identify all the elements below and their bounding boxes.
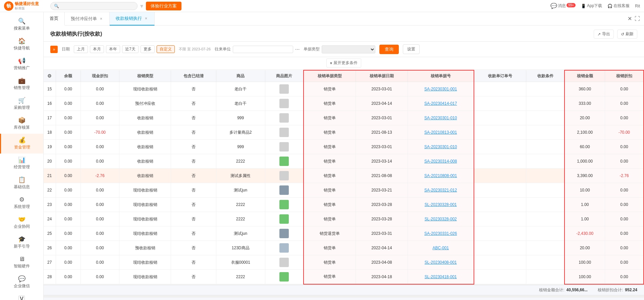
cell-offset-voucher-type: 销货单: [304, 111, 356, 125]
sidebar-item-guide[interactable]: 🎓 新手引导: [0, 233, 43, 253]
cell-offset-discount: 0.00: [605, 183, 644, 198]
cell-offset-voucher-no[interactable]: SA-20210808-001: [408, 169, 474, 183]
cell-offset-voucher-no[interactable]: SA-20230314-008: [408, 154, 474, 169]
cell-offset-voucher-no[interactable]: SL-20230328-002: [408, 212, 474, 226]
filter-voucher-type: 单据类型: [304, 45, 375, 53]
cell-offset-voucher-no[interactable]: SA-20210813-001: [408, 125, 474, 140]
sidebar-item-wechat[interactable]: 💬 企业微信: [0, 272, 43, 292]
cell-balance: 0.00: [56, 212, 81, 226]
sidebar-item-inventory[interactable]: 📦 库存核算: [0, 114, 43, 134]
col-offset-amount: 核销金额: [565, 70, 605, 82]
marketing-icon: 📢: [18, 58, 25, 64]
online-service[interactable]: 🎧 在线客服: [607, 3, 630, 9]
cell-offset-voucher-no[interactable]: SL-20230328-001: [408, 198, 474, 212]
cell-offset-voucher-no[interactable]: SA-20230301-001: [408, 82, 474, 96]
cell-included-settled: 否: [171, 255, 216, 270]
tab-receivable[interactable]: 收款核销执行 ×: [110, 12, 155, 26]
user-avatar[interactable]: Rit: [635, 4, 640, 8]
filter-separator: ···: [295, 46, 300, 52]
table-row: 25 0.00 0.00 现结收款核销 否 测试jun 销货退货单 2023-0…: [44, 226, 644, 241]
cell-id: 21: [44, 169, 56, 183]
sidebar-item-hardware[interactable]: 🖥 智能硬件: [0, 253, 43, 272]
sidebar-item-member[interactable]: V 畅会员: [0, 292, 43, 300]
cell-offset-voucher-no[interactable]: SA-20230414-017: [408, 96, 474, 111]
setting-btn[interactable]: 设置: [403, 44, 420, 54]
cell-goods-img: [265, 183, 304, 198]
filter-btn-this-year[interactable]: 本年: [106, 45, 120, 53]
cell-offset-voucher-no[interactable]: ABC-001: [408, 241, 474, 255]
filter-btn-last-month[interactable]: 上月: [74, 45, 88, 53]
sidebar-item-operations[interactable]: 📊 经营管理: [0, 154, 43, 173]
sidebar-item-finance[interactable]: 💰 资金管理: [0, 134, 43, 154]
cell-offset-type: 现结收款核销: [119, 226, 171, 241]
expand-down-icon: ▾: [330, 61, 332, 66]
app-download[interactable]: 📱 App下载: [581, 3, 602, 9]
sidebar-item-system[interactable]: ⚙ 系统管理: [0, 193, 43, 213]
tab-receivable-close[interactable]: ×: [144, 16, 148, 21]
msg-icon-group[interactable]: 💬 消息 99+: [550, 3, 576, 9]
cell-receipt-condition: [526, 169, 565, 183]
filter-btn-more[interactable]: 更多: [141, 45, 155, 53]
cell-balance: 0.00: [56, 226, 81, 241]
tab-home[interactable]: 首页: [44, 12, 65, 26]
refresh-icon: ↺: [621, 32, 624, 37]
dropdown-icon[interactable]: ▾: [140, 2, 143, 10]
filter-btn-7days[interactable]: 近7天: [122, 45, 139, 53]
cell-offset-voucher-no[interactable]: SL-20230408-001: [408, 255, 474, 270]
sidebar-item-collab[interactable]: 🤝 企业协同: [0, 213, 43, 233]
cell-cash-discount: 0.00: [81, 154, 119, 169]
cell-offset-voucher-no[interactable]: SA-20230301-010: [408, 111, 474, 125]
filter-btn-custom[interactable]: 自定义: [157, 45, 175, 53]
cell-offset-voucher-date: 2023-03-21: [356, 183, 408, 198]
cell-offset-voucher-type: 销货单: [304, 198, 356, 212]
cell-receipt-order-no: [474, 255, 526, 270]
cell-receipt-condition: [526, 212, 565, 226]
sidebar-item-marketing[interactable]: 📢 营销推广: [0, 54, 43, 74]
cell-offset-voucher-no[interactable]: SL-20230418-001: [408, 270, 474, 284]
tab-close-icon[interactable]: ✕: [628, 15, 632, 22]
filter-date-range: 不限 至 2023-07-26: [179, 47, 211, 52]
sidebar-item-search[interactable]: 🔍 搜索菜单: [0, 15, 43, 35]
query-btn[interactable]: 查询: [379, 45, 399, 54]
col-goods: 商品: [216, 70, 265, 82]
cell-receipt-condition: [526, 255, 565, 270]
tab-prepay-close[interactable]: ×: [99, 16, 103, 22]
filter-btn-this-month[interactable]: 本月: [90, 45, 104, 53]
sidebar-item-nav[interactable]: 🏠 快捷导航: [0, 35, 43, 54]
cell-offset-voucher-no[interactable]: SA-20230321-012: [408, 183, 474, 198]
export-btn[interactable]: ↗ 导出: [594, 30, 614, 39]
cell-offset-voucher-no[interactable]: SA-20230331-026: [408, 226, 474, 241]
col-offset-discount: 核销折扣: [605, 70, 644, 82]
col-goods-img: 商品图片: [265, 70, 304, 82]
sidebar-item-basic[interactable]: 📋 基础信息: [0, 173, 43, 193]
purchase-icon: 🛒: [18, 97, 25, 103]
cell-receipt-order-no: [474, 154, 526, 169]
expand-more-btn[interactable]: ▾ 展开更多条件: [326, 58, 361, 68]
col-settings-icon[interactable]: ⚙: [47, 73, 52, 79]
industry-btn[interactable]: 体验行业方案: [146, 2, 181, 10]
cell-goods-img: [265, 270, 304, 284]
cell-offset-voucher-no[interactable]: SA-20230301-010: [408, 140, 474, 154]
guide-icon: 🎓: [18, 236, 25, 242]
table-row: 27 0.00 0.00 现结收款核销 否 衣服00001 销货单 2023-0…: [44, 255, 644, 270]
refresh-btn[interactable]: ↺ 刷新: [617, 30, 637, 39]
sidebar-item-sales[interactable]: 💼 销售管理: [0, 74, 43, 94]
cell-included-settled: 否: [171, 169, 216, 183]
cell-goods-img: [265, 169, 304, 183]
finance-icon: 💰: [18, 137, 26, 143]
cell-receipt-condition: [526, 226, 565, 241]
filter-from-unit-input[interactable]: [233, 46, 293, 53]
filter-bar: » 日期 上月 本月 本年 近7天 更多 自定义 不限 至 2023-07-26…: [44, 42, 644, 57]
filter-expand-btn[interactable]: »: [50, 46, 58, 53]
tab-maximize-icon[interactable]: ⛶: [635, 16, 640, 22]
cell-goods: 老白干: [216, 82, 265, 96]
sidebar-item-purchase[interactable]: 🛒 采购管理: [0, 94, 43, 114]
cell-included-settled: 否: [171, 82, 216, 96]
top-search[interactable]: 🔍: [50, 2, 138, 10]
filter-voucher-type-select[interactable]: [322, 45, 375, 53]
cell-offset-discount: -2.76: [605, 169, 644, 183]
tab-bar-actions: ✕ ⛶: [628, 15, 644, 22]
horizontal-scrollbar[interactable]: [44, 295, 644, 298]
cell-id: 25: [44, 226, 56, 241]
tab-prepay[interactable]: 预付冲应付单 ×: [65, 12, 110, 26]
